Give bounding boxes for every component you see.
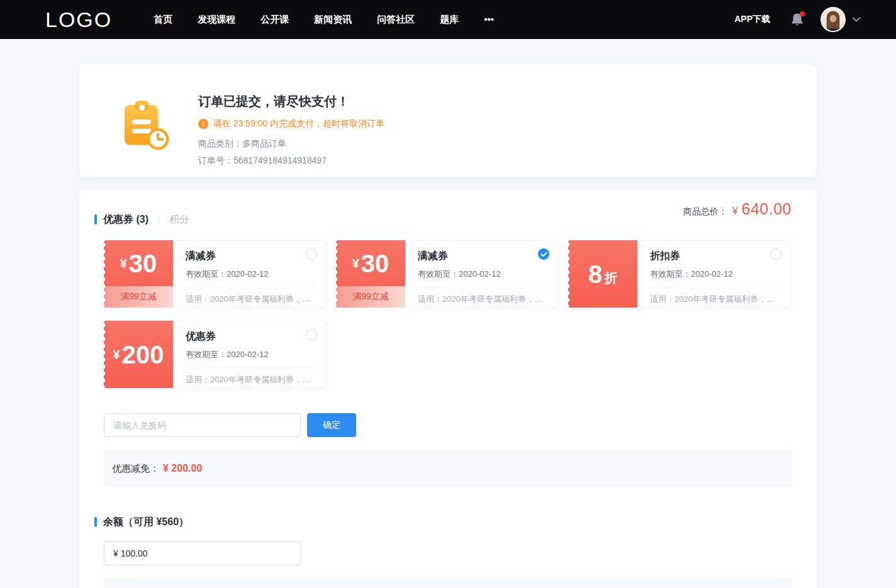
coupon-card-full-reduction-30-selected[interactable]: ¥30 满99立减 满减券 有效期至：2020-02-12 适用：2020年考研…: [336, 240, 559, 308]
coupon-body: 满减券 有效期至：2020-02-12 适用：2020年考研专属福利券，以用..…: [173, 241, 326, 307]
coupon-expiry: 有效期至：2020-02-12: [186, 269, 316, 280]
nav-item-qa-community[interactable]: 问答社区: [377, 14, 415, 26]
balance-section-header: 余额（可用 ¥560）: [94, 515, 792, 529]
nav-right: APP下载: [734, 7, 861, 32]
coupon-expiry: 有效期至：2020-02-12: [418, 269, 548, 280]
coupon-amount: ¥30: [336, 240, 405, 286]
amount-number: 8: [588, 262, 602, 287]
coupon-condition-badge: 满99立减: [336, 286, 405, 308]
section-accent-bar: [94, 214, 97, 225]
warning-text: 请在 23:59:00 内完成支付，超时将取消订单: [213, 118, 384, 130]
total-label: 商品总价：: [683, 206, 727, 218]
nav-links: 首页 发现课程 公开课 新闻资讯 问答社区 题库 •••: [154, 14, 494, 26]
coupon-radio[interactable]: [538, 248, 549, 260]
balance-title: 余额（可用 ¥560）: [103, 516, 189, 529]
balance-amount-input[interactable]: [104, 541, 301, 565]
coupon-card-discount-80pct[interactable]: 8折 折扣券 有效期至：2020-02-12 适用：2020年考研专属福利券，以…: [568, 240, 791, 308]
coupon-title: 优惠券: [186, 330, 316, 343]
notification-dot: [800, 11, 805, 16]
coupon-stub: 8折: [568, 240, 637, 308]
nav-item-open-courses[interactable]: 公开课: [260, 14, 289, 26]
coupon-body: 折扣券 有效期至：2020-02-12 适用：2020年考研专属福利券，以用..…: [637, 241, 790, 307]
coupon-scope: 适用：2020年考研专属福利券，以用...: [186, 294, 316, 305]
payment-deadline-warning: ! 请在 23:59:00 内完成支付，超时将取消订单: [198, 118, 384, 130]
coupon-stub: ¥30 满99立减: [336, 240, 405, 308]
nav-item-question-bank[interactable]: 题库: [440, 14, 459, 26]
logo[interactable]: LOGO: [45, 8, 112, 32]
amount-prefix: ¥: [352, 257, 359, 270]
coupon-title: 满减券: [418, 250, 548, 263]
header-divider: [159, 215, 159, 224]
coupon-scope: 适用：2020年考研专属福利券，以用...: [186, 374, 316, 386]
top-nav: LOGO 首页 发现课程 公开课 新闻资讯 问答社区 题库 ••• APP下载: [0, 0, 896, 39]
coupon-radio[interactable]: [306, 329, 317, 340]
coupon-card-voucher-200[interactable]: ¥200 优惠券 有效期至：2020-02-12 适用：2020年考研专属福利券…: [104, 321, 327, 388]
app-download-link[interactable]: APP下载: [734, 14, 770, 25]
tab-points[interactable]: 积分: [169, 213, 189, 226]
coupon-amount: ¥30: [104, 240, 173, 286]
discount-value: ¥ 200.00: [163, 463, 202, 474]
coupon-stub: ¥30 满99立减: [104, 240, 173, 308]
bottom-summary-strip: [104, 578, 792, 588]
nav-item-more[interactable]: •••: [484, 14, 494, 26]
category-label: 商品类别：: [198, 138, 242, 148]
coupon-divider: [650, 287, 780, 287]
nav-item-news[interactable]: 新闻资讯: [314, 14, 352, 26]
payment-options-card: 优惠券 (3) 积分 ¥30 满99立减 满减券 有效期至：2020-02-12…: [79, 190, 817, 588]
coupon-divider: [186, 367, 316, 368]
coupon-amount: ¥200: [104, 321, 173, 388]
coupon-body: 优惠券 有效期至：2020-02-12 适用：2020年考研专属福利券，以用..…: [173, 321, 326, 387]
order-no-value: 5681749184914918497: [233, 155, 327, 165]
coupon-stub: ¥200: [104, 321, 173, 388]
coupon-divider: [186, 287, 316, 287]
coupon-card-full-reduction-30[interactable]: ¥30 满99立减 满减券 有效期至：2020-02-12 适用：2020年考研…: [104, 240, 327, 308]
order-info: 订单已提交，请尽快支付！ ! 请在 23:59:00 内完成支付，超时将取消订单…: [198, 93, 384, 177]
notification-bell-icon[interactable]: [790, 12, 804, 27]
coupon-amount: 8折: [568, 240, 637, 308]
chevron-down-icon[interactable]: [852, 16, 861, 23]
avatar-image: [822, 8, 844, 31]
order-no-label: 订单号：: [198, 155, 233, 165]
confirm-button[interactable]: 确定: [307, 413, 356, 437]
total-value: 640.00: [742, 200, 792, 218]
user-avatar[interactable]: [820, 7, 846, 32]
coupon-title: 满减券: [186, 250, 316, 263]
amount-number: 30: [361, 251, 389, 276]
currency-symbol: ¥: [732, 206, 738, 217]
order-title: 订单已提交，请尽快支付！: [198, 93, 384, 110]
nav-item-home[interactable]: 首页: [154, 14, 172, 26]
check-icon: [540, 252, 547, 257]
redeem-code-row: 确定: [104, 413, 792, 437]
coupon-expiry: 有效期至：2020-02-12: [650, 269, 780, 280]
section-accent-bar: [94, 517, 97, 527]
order-number-row: 订单号：5681749184914918497: [198, 155, 384, 167]
coupon-title: 折扣券: [650, 250, 780, 263]
discount-summary-strip: 优惠减免： ¥ 200.00: [104, 451, 792, 486]
coupon-expiry: 有效期至：2020-02-12: [186, 349, 316, 360]
order-category-row: 商品类别：多商品订单: [198, 138, 384, 150]
coupon-radio[interactable]: [770, 248, 781, 260]
coupon-list: ¥30 满99立减 满减券 有效期至：2020-02-12 适用：2020年考研…: [104, 240, 792, 388]
coupon-scope: 适用：2020年考研专属福利券，以用...: [650, 294, 780, 305]
redeem-code-input[interactable]: [104, 413, 301, 437]
amount-number: 30: [129, 251, 157, 276]
warning-icon: !: [198, 119, 208, 129]
coupon-body: 满减券 有效期至：2020-02-12 适用：2020年考研专属福利券，以用..…: [405, 241, 558, 307]
tab-coupons[interactable]: 优惠券 (3): [103, 213, 148, 226]
amount-prefix: ¥: [113, 348, 120, 361]
balance-input-row: [104, 541, 792, 565]
coupon-scope: 适用：2020年考研专属福利券，以用...: [418, 294, 548, 305]
amount-prefix: ¥: [120, 257, 127, 270]
amount-suffix: 折: [604, 271, 617, 284]
order-submitted-card: 订单已提交，请尽快支付！ ! 请在 23:59:00 内完成支付，超时将取消订单…: [79, 64, 817, 177]
page-content: 订单已提交，请尽快支付！ ! 请在 23:59:00 内完成支付，超时将取消订单…: [79, 64, 817, 588]
nav-item-discover-courses[interactable]: 发现课程: [198, 14, 235, 26]
coupon-condition-badge: 满99立减: [104, 286, 173, 308]
coupon-divider: [418, 287, 548, 287]
amount-number: 200: [122, 342, 164, 367]
coupon-radio[interactable]: [306, 248, 317, 260]
order-total: 商品总价： ¥ 640.00: [683, 200, 792, 218]
clipboard-clock-icon: [116, 94, 171, 153]
discount-label: 优惠减免：: [112, 463, 159, 475]
category-value: 多商品订单: [242, 138, 286, 148]
